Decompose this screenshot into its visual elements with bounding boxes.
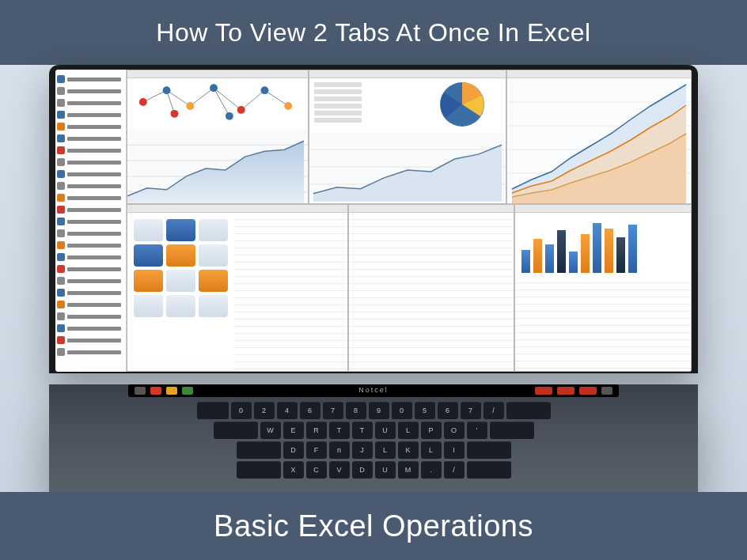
folder-icon	[57, 324, 65, 332]
sidebar-item	[57, 85, 124, 96]
footer-banner: Basic Excel Operations	[0, 492, 747, 560]
key: 4	[277, 402, 298, 419]
sidebar-item	[57, 168, 124, 180]
key	[237, 441, 281, 459]
key: 8	[346, 402, 366, 419]
area-chart	[127, 129, 308, 204]
sidebar-item	[57, 346, 124, 358]
key: C	[306, 461, 327, 479]
folder-icon	[57, 336, 65, 344]
panel-bars	[514, 204, 692, 372]
sidebar-item	[57, 192, 124, 203]
key: D	[352, 461, 373, 479]
mini-spreadsheet	[515, 276, 691, 371]
tile	[199, 295, 228, 317]
pie-chart-icon	[434, 77, 490, 132]
key: F	[306, 441, 327, 459]
key	[490, 422, 534, 439]
folder-icon	[57, 194, 65, 202]
sidebar-item	[57, 228, 124, 239]
folder-icon	[57, 123, 65, 131]
sidebar-item	[57, 109, 124, 120]
folder-icon	[57, 99, 65, 107]
sidebar-label	[67, 113, 121, 117]
svg-line-3	[214, 88, 241, 110]
key: U	[375, 461, 396, 479]
panel-spreadsheet	[348, 204, 514, 372]
content-area	[127, 70, 692, 372]
panel-header	[507, 70, 691, 78]
sidebar-item	[57, 275, 124, 286]
sidebar-item	[57, 252, 124, 263]
key: M	[398, 461, 419, 479]
sidebar-item	[57, 97, 124, 108]
folder-icon	[57, 170, 65, 178]
sidebar-item	[57, 323, 124, 334]
sidebar-label	[67, 184, 121, 188]
sidebar-label	[67, 149, 121, 153]
folder-icon	[57, 206, 65, 214]
svg-line-1	[167, 90, 191, 106]
sidebar-label	[67, 196, 121, 200]
sidebar-item	[57, 263, 124, 274]
folder-icon	[57, 134, 65, 142]
tile	[166, 270, 195, 292]
folder-icon	[57, 265, 65, 273]
tile	[134, 295, 163, 317]
folder-icon	[57, 277, 65, 285]
key	[467, 441, 511, 459]
sidebar-label	[67, 267, 121, 271]
excel-screen	[55, 70, 692, 372]
key: 7	[461, 402, 481, 419]
sidebar-label	[67, 303, 121, 307]
panel-pie	[309, 70, 506, 204]
sidebar-label	[67, 101, 121, 105]
sidebar-item	[57, 204, 124, 215]
folder-icon	[57, 87, 65, 95]
laptop-brand: Notcel	[358, 386, 389, 394]
folder-icon	[57, 111, 65, 119]
panel-header	[515, 205, 691, 213]
key: 6	[300, 402, 320, 419]
tile	[166, 219, 195, 241]
molecule-chart	[127, 78, 308, 126]
svg-point-9	[163, 86, 171, 94]
key: n	[329, 441, 350, 459]
laptop-illustration: Notcel 02467890567/ WERTTULPO' DFnJLKLI …	[49, 65, 698, 492]
sidebar-label	[67, 327, 121, 331]
key: W	[260, 422, 281, 439]
mini-spreadsheet	[234, 213, 347, 371]
tile	[134, 270, 163, 292]
key: X	[283, 461, 304, 479]
key: 6	[438, 402, 458, 419]
key: 7	[323, 402, 343, 419]
svg-point-16	[226, 112, 233, 120]
screen-frame	[49, 65, 698, 373]
folder-icon	[57, 348, 65, 356]
key: 0	[392, 402, 412, 419]
key: P	[421, 422, 442, 439]
folder-icon	[57, 158, 65, 166]
svg-point-13	[261, 86, 269, 94]
sidebar-label	[67, 339, 121, 342]
key: T	[329, 422, 350, 439]
sidebar-item	[57, 180, 124, 191]
key: U	[375, 422, 396, 439]
key: /	[483, 402, 504, 419]
folder-icon	[57, 182, 65, 190]
sidebar-label	[67, 232, 121, 236]
bottom-panels	[127, 204, 692, 372]
sidebar-item	[57, 133, 124, 144]
key: V	[329, 461, 350, 479]
svg-line-0	[143, 90, 167, 102]
key: K	[398, 441, 419, 459]
key: .	[421, 461, 442, 479]
sidebar-item	[57, 121, 124, 132]
sidebar-label	[67, 172, 121, 176]
folder-icon	[57, 289, 65, 297]
key	[197, 402, 229, 419]
svg-point-11	[210, 84, 218, 92]
tile	[199, 270, 228, 292]
tile	[134, 219, 163, 241]
sidebar-item	[57, 74, 124, 85]
